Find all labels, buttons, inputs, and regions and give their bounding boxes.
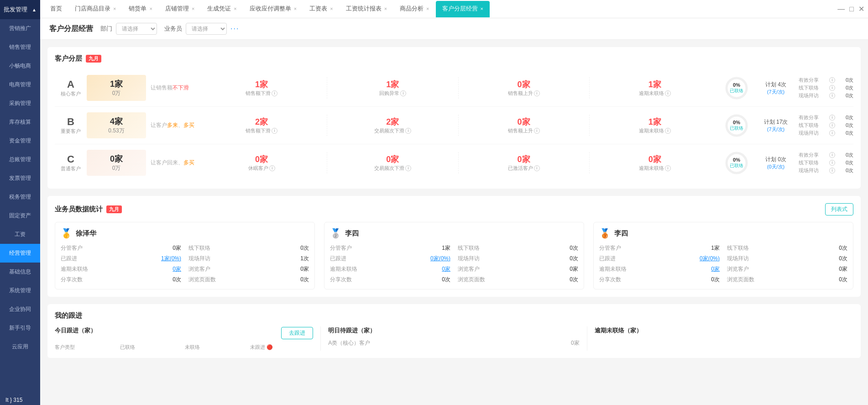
info-icon[interactable]: i bbox=[665, 128, 671, 134]
info-icon[interactable]: i bbox=[272, 90, 277, 96]
info-icon[interactable]: i bbox=[534, 128, 540, 134]
info-icon[interactable]: i bbox=[405, 165, 411, 171]
today-title: 今日跟进（家） bbox=[55, 326, 96, 335]
tab-minimize-icon[interactable]: — bbox=[837, 5, 845, 13]
tab-生成凭证[interactable]: 生成凭证× bbox=[201, 1, 243, 17]
info-icon[interactable]: i bbox=[272, 128, 277, 134]
sidebar-item-经营管理[interactable]: 经营管理 bbox=[0, 244, 40, 263]
right-item-有效分享: 有效分享 i 0次 bbox=[799, 77, 853, 84]
more-options-icon[interactable]: ··· bbox=[230, 25, 239, 33]
page-title: 客户分层经营 bbox=[49, 24, 93, 34]
col-header-type: 客户类型 bbox=[55, 344, 118, 351]
tab-商品分析[interactable]: 商品分析× bbox=[393, 1, 435, 17]
sidebar-item-电商管理[interactable]: 电商管理 bbox=[0, 75, 40, 94]
metric-逾期未联络: 1家 逾期未联络 i bbox=[590, 77, 720, 99]
sidebar-item-总账管理[interactable]: 总账管理 bbox=[0, 150, 40, 169]
info-icon[interactable]: i bbox=[534, 90, 540, 96]
sidebar-item-采购管理[interactable]: 采购管理 bbox=[0, 94, 40, 113]
tier-right-C: 有效分享 i 0次 线下联络 i 0次 现场拜访 i 0次 bbox=[799, 152, 853, 174]
tier-suggestion-B: 让客户多来、多买 bbox=[146, 121, 196, 129]
tab-close-店铺管理[interactable]: × bbox=[192, 6, 194, 11]
overdue-title: 逾期未联络（家） bbox=[595, 326, 846, 335]
sidebar-collapse-icon[interactable]: ▲ bbox=[32, 7, 37, 12]
right-info-icon[interactable]: i bbox=[829, 77, 835, 83]
circle-progress-A: 0% 已联络 bbox=[724, 75, 749, 101]
tab-close-生成凭证[interactable]: × bbox=[234, 6, 236, 11]
staff-stat-已跟进: 已跟进0家(0%) bbox=[599, 255, 720, 263]
sidebar-item-资金管理[interactable]: 资金管理 bbox=[0, 131, 40, 150]
sidebar-item-库存核算[interactable]: 库存核算 bbox=[0, 113, 40, 131]
sidebar-item-固定资产[interactable]: 固定资产 bbox=[0, 206, 40, 225]
sidebar-item-营销推广[interactable]: 营销推广 bbox=[0, 19, 40, 38]
tab-close-工资表[interactable]: × bbox=[330, 6, 333, 11]
right-info-icon[interactable]: i bbox=[829, 122, 835, 128]
dept-select[interactable]: 请选择 bbox=[116, 23, 157, 35]
tab-门店商品目录[interactable]: 门店商品目录× bbox=[68, 1, 122, 17]
tab-close-客户分层经营[interactable]: × bbox=[481, 6, 483, 11]
list-table-button[interactable]: 列表式 bbox=[825, 203, 853, 216]
sidebar-item-工资[interactable]: 工资 bbox=[0, 225, 40, 244]
staff-card-0: 🥇 徐泽华 分管客户0家线下联络0次已跟进1家(0%)现场拜访1次逾期未联络0家… bbox=[55, 222, 315, 289]
staff-stat-已跟进: 已跟进0家(0%) bbox=[330, 255, 450, 263]
tab-销货单[interactable]: 销货单× bbox=[122, 1, 158, 17]
tab-工资统计报表[interactable]: 工资统计报表× bbox=[340, 1, 393, 17]
right-info-icon[interactable]: i bbox=[829, 85, 835, 91]
tab-工资表[interactable]: 工资表× bbox=[303, 1, 339, 17]
sidebar-item-税务管理[interactable]: 税务管理 bbox=[0, 188, 40, 206]
tier-row-B: B重要客户 4家 0.53万 让客户多来、多买 2家 销售额下滑 i 2家 交易… bbox=[55, 107, 853, 144]
info-icon[interactable]: i bbox=[665, 90, 671, 96]
sidebar-item-企业协同[interactable]: 企业协同 bbox=[0, 300, 40, 319]
sidebar-header[interactable]: 批发管理 ▲ bbox=[0, 0, 40, 19]
tomorrow-followup: 明日待跟进（家） A类（核心）客户 0家 bbox=[321, 326, 587, 351]
tier-letter-B: B bbox=[67, 116, 74, 128]
tab-close-商品分析[interactable]: × bbox=[426, 6, 429, 11]
plan-freq-C[interactable]: (0天/次) bbox=[767, 163, 785, 170]
content-scroll: 客户分层 九月 A核心客户 1家 0万 让销售额不下滑 1家 销售额下滑 i 1… bbox=[40, 40, 868, 405]
staff-stat-浏览页面数: 浏览页面数0次 bbox=[188, 276, 309, 284]
tab-close-all-icon[interactable]: ✕ bbox=[858, 5, 864, 13]
sidebar-item-发票管理[interactable]: 发票管理 bbox=[0, 169, 40, 188]
tab-客户分层经营[interactable]: 客户分层经营× bbox=[436, 1, 490, 17]
info-icon[interactable]: i bbox=[665, 165, 671, 171]
staff-month-badge: 九月 bbox=[106, 205, 122, 213]
right-info-icon[interactable]: i bbox=[829, 160, 835, 166]
tab-店铺管理[interactable]: 店铺管理× bbox=[159, 1, 201, 17]
sidebar-item-新手引导[interactable]: 新手引导 bbox=[0, 319, 40, 337]
right-info-icon[interactable]: i bbox=[829, 168, 835, 174]
tab-maximize-icon[interactable]: □ bbox=[849, 5, 854, 13]
info-icon[interactable]: i bbox=[269, 165, 275, 171]
sidebar-item-销售管理[interactable]: 销售管理 bbox=[0, 38, 40, 57]
goto-followup-button[interactable]: 去跟进 bbox=[281, 327, 313, 339]
info-icon[interactable]: i bbox=[405, 128, 411, 134]
plan-freq-B[interactable]: (7天/次) bbox=[767, 126, 785, 133]
tier-count-C: 0家 bbox=[110, 153, 123, 164]
col-header-linked: 已联络 bbox=[120, 344, 183, 351]
plan-freq-A[interactable]: (7天/次) bbox=[767, 89, 785, 95]
tier-right-B: 有效分享 i 0次 线下联络 i 0次 现场拜访 i 0次 bbox=[799, 114, 853, 137]
sidebar-item-云应用[interactable]: 云应用 bbox=[0, 337, 40, 356]
tab-close-工资统计报表[interactable]: × bbox=[384, 6, 387, 11]
tab-close-门店商品目录[interactable]: × bbox=[113, 6, 116, 11]
staff-select[interactable]: 请选择 bbox=[186, 23, 227, 35]
col-header-ungrouped: 未跟进 🔴 bbox=[250, 344, 314, 351]
right-info-icon[interactable]: i bbox=[829, 115, 835, 121]
right-info-icon[interactable]: i bbox=[829, 130, 835, 136]
staff-stats-section: 业务员数据统计 九月 列表式 🥇 徐泽华 分管客户0家线下联络0次已跟进1家(0… bbox=[47, 196, 861, 297]
tab-应收应付调整单[interactable]: 应收应付调整单× bbox=[243, 1, 303, 17]
info-icon[interactable]: i bbox=[534, 165, 540, 171]
staff-stat-浏览页面数: 浏览页面数0次 bbox=[458, 276, 578, 284]
sidebar-item-系统管理[interactable]: 系统管理 bbox=[0, 281, 40, 300]
tier-name-C: 普通客户 bbox=[61, 165, 81, 172]
right-info-icon[interactable]: i bbox=[829, 152, 835, 158]
staff-stat-逾期未联络: 逾期未联络0家 bbox=[599, 265, 720, 273]
tab-close-应收应付调整单[interactable]: × bbox=[294, 6, 297, 11]
sidebar-item-小畅电商[interactable]: 小畅电商 bbox=[0, 57, 40, 75]
right-info-icon[interactable]: i bbox=[829, 93, 835, 99]
tier-right-A: 有效分享 i 0次 线下联络 i 0次 现场拜访 i 0次 bbox=[799, 77, 853, 99]
tab-首页[interactable]: 首页 bbox=[44, 1, 68, 17]
metric-逾期未联络: 0家 逾期未联络 i bbox=[590, 152, 720, 174]
staff-label: 业务员 bbox=[164, 25, 182, 33]
info-icon[interactable]: i bbox=[400, 90, 406, 96]
sidebar-item-基础信息[interactable]: 基础信息 bbox=[0, 263, 40, 281]
tab-close-销货单[interactable]: × bbox=[149, 6, 152, 11]
